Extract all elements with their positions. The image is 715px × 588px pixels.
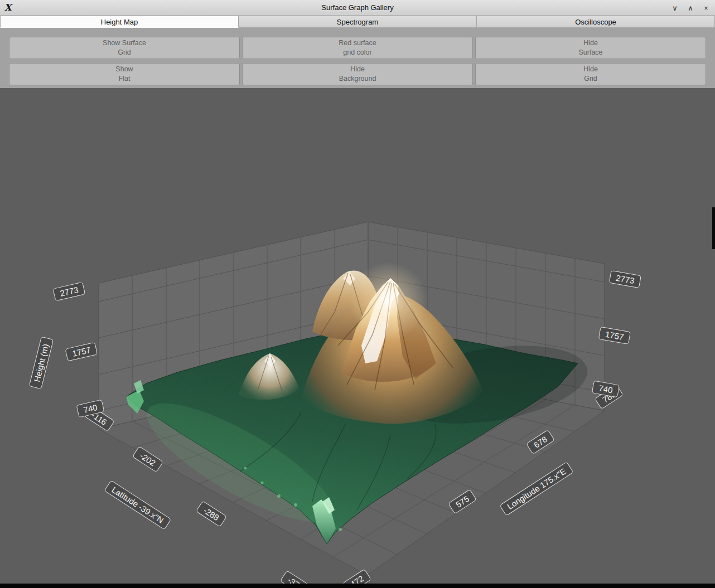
maximize-icon[interactable]: ∧ bbox=[686, 4, 695, 12]
app-window: -116 781 2773 1757 740 2773 1757 740 -20… bbox=[0, 0, 715, 588]
button-label: Hide bbox=[583, 65, 598, 74]
tab-oscilloscope[interactable]: Oscilloscope bbox=[477, 16, 715, 28]
button-label: Show Surface bbox=[103, 38, 146, 48]
close-icon[interactable]: × bbox=[702, 4, 711, 12]
surface-3d-canvas[interactable] bbox=[0, 0, 715, 588]
show-flat-button[interactable]: Show Flat bbox=[9, 63, 240, 85]
hide-grid-button[interactable]: Hide Grid bbox=[475, 63, 706, 85]
button-label: Background bbox=[339, 74, 376, 84]
button-label: Red surface bbox=[339, 38, 376, 48]
window-title: Surface Graph Gallery bbox=[0, 0, 715, 16]
surface-grid-color-button[interactable]: Red surface grid color bbox=[242, 37, 473, 59]
tab-height-map[interactable]: Height Map bbox=[0, 16, 239, 28]
button-label: grid color bbox=[343, 48, 371, 57]
button-label: Grid bbox=[584, 74, 597, 84]
titlebar: X Surface Graph Gallery ∨ ∧ × bbox=[0, 0, 715, 16]
button-label: Surface bbox=[578, 48, 602, 57]
surface-plot[interactable]: -116 781 2773 1757 740 2773 1757 740 -20… bbox=[0, 0, 715, 588]
hide-background-button[interactable]: Hide Background bbox=[242, 63, 473, 85]
screen-artifact bbox=[712, 207, 715, 249]
hide-surface-button[interactable]: Hide Surface bbox=[475, 37, 706, 59]
button-label: Hide bbox=[350, 65, 365, 74]
bottom-edge bbox=[0, 584, 715, 588]
button-label: Flat bbox=[119, 74, 131, 84]
button-label: Show bbox=[115, 65, 133, 74]
shade-icon[interactable]: ∨ bbox=[670, 4, 679, 12]
window-controls: ∨ ∧ × bbox=[670, 0, 711, 16]
button-label: Grid bbox=[118, 48, 131, 57]
tab-spectrogram[interactable]: Spectrogram bbox=[239, 16, 477, 28]
show-surface-grid-button[interactable]: Show Surface Grid bbox=[9, 37, 240, 59]
toolbar: Show Surface Grid Red surface grid color… bbox=[0, 28, 715, 88]
tabbar: Height Map Spectrogram Oscilloscope bbox=[0, 16, 715, 28]
button-label: Hide bbox=[583, 38, 598, 48]
